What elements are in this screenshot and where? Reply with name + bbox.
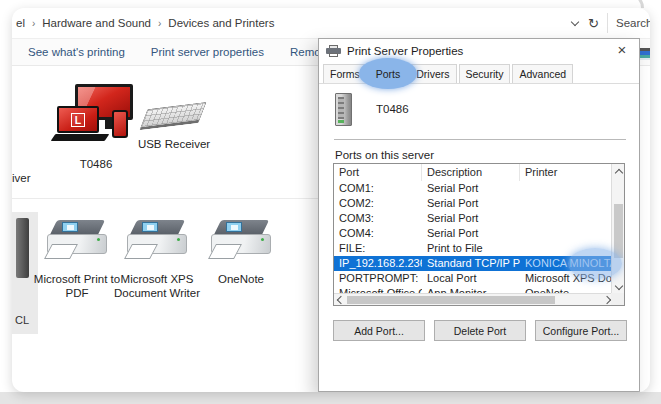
highlight-circle-annotation	[568, 248, 622, 279]
cell-description: Local Port	[422, 271, 520, 286]
devices-and-printers-window: el›Hardware and Sound›Devices and Printe…	[12, 8, 650, 392]
cell-port: IP_192.168.2.236	[334, 256, 422, 271]
port-row[interactable]: COM1:Serial Port	[334, 181, 611, 196]
printer-tile[interactable]: Microsoft XPS Document Writer	[112, 218, 202, 300]
printer-tile[interactable]: OneNote	[196, 218, 286, 286]
screenshot-stage: el›Hardware and Sound›Devices and Printe…	[0, 0, 661, 404]
breadcrumb-separator: ›	[158, 18, 161, 29]
divider	[607, 13, 608, 33]
laptop-shape: L	[57, 106, 107, 141]
horizontal-scrollbar[interactable]	[334, 293, 613, 305]
cell-printer	[520, 211, 611, 226]
keyboard-icon	[141, 104, 207, 130]
port-row[interactable]: COM4:Serial Port	[334, 226, 611, 241]
close-icon[interactable]: ×	[611, 40, 633, 60]
server-name: T0486	[376, 103, 409, 115]
tab-advanced[interactable]: Advanced	[512, 64, 573, 83]
device-label: USB Receiver	[124, 138, 224, 151]
scroll-left-arrow[interactable]	[334, 294, 347, 306]
cell-port: COM3:	[334, 211, 422, 226]
breadcrumb: el›Hardware and Sound›Devices and Printe…	[12, 17, 274, 29]
tab-security[interactable]: Security	[459, 64, 511, 83]
device-tile-usb-receiver[interactable]: USB Receiver	[124, 90, 224, 151]
printer-icon	[45, 218, 109, 266]
vertical-scrollbar[interactable]	[611, 164, 624, 295]
cell-port: COM2:	[334, 196, 422, 211]
cell-description: Serial Port	[422, 211, 520, 226]
address-bar-right: ↻ Search	[572, 8, 650, 38]
cell-port: COM4:	[334, 226, 422, 241]
printer-tower-icon	[16, 218, 29, 278]
printer-icon	[125, 218, 189, 266]
ports-section-label: Ports on this server	[335, 149, 434, 161]
scrollbar-corner	[611, 293, 624, 305]
cell-description: Serial Port	[422, 181, 520, 196]
dialog-title: Print Server Properties	[347, 45, 463, 57]
dialog-titlebar[interactable]: Print Server Properties ×	[319, 39, 639, 63]
cell-printer	[520, 226, 611, 241]
search-input[interactable]: Search	[616, 17, 650, 29]
printer-label: Microsoft Print to PDF	[32, 272, 122, 300]
breadcrumb-item[interactable]: Hardware and Sound	[42, 17, 151, 29]
breadcrumb-item[interactable]: el	[16, 17, 25, 29]
partial-device-label: iver	[12, 172, 31, 184]
port-row[interactable]: FILE:Print to File	[334, 241, 611, 256]
printer-label: OneNote	[196, 272, 286, 286]
toolbar-link[interactable]: See what's printing	[28, 46, 125, 58]
vertical-scroll-thumb[interactable]	[614, 204, 623, 258]
port-row[interactable]: COM2:Serial Port	[334, 196, 611, 211]
background-strip	[0, 392, 661, 404]
cell-description: Print to File	[422, 241, 520, 256]
cell-printer	[520, 181, 611, 196]
device-label: T0486	[46, 158, 146, 171]
ports-listbox[interactable]: PortDescriptionPrinter COM1:Serial PortC…	[333, 163, 625, 306]
cell-printer	[520, 196, 611, 211]
printer-label: Microsoft XPS Document Writer	[112, 272, 202, 300]
column-header[interactable]: Printer	[520, 164, 624, 181]
brand-badge: L	[71, 113, 85, 127]
tab-ports[interactable]: Ports	[369, 64, 408, 83]
add-port-button[interactable]: Add Port...	[333, 320, 425, 341]
list-rows: COM1:Serial PortCOM2:Serial PortCOM3:Ser…	[334, 181, 611, 295]
cell-description: Serial Port	[422, 226, 520, 241]
horizontal-scroll-thumb[interactable]	[347, 296, 555, 304]
address-bar: el›Hardware and Sound›Devices and Printe…	[12, 8, 650, 38]
port-row[interactable]: PORTPROMPT:Local PortMicrosoft XPS Docum…	[334, 271, 611, 286]
printer-icon	[209, 218, 273, 266]
column-header[interactable]: Description	[422, 164, 520, 181]
port-row[interactable]: COM3:Serial Port	[334, 211, 611, 226]
cell-description: Standard TCP/IP Port	[422, 256, 520, 271]
cell-port: COM1:	[334, 181, 422, 196]
printer-icon	[326, 45, 341, 57]
print-server-properties-dialog: Print Server Properties × FormsPortsDriv…	[318, 38, 640, 392]
server-tower-icon	[335, 93, 352, 126]
dialog-tab-bar: FormsPortsDriversSecurityAdvanced	[319, 63, 639, 83]
printer-tile[interactable]: Microsoft Print to PDF	[32, 218, 122, 300]
separator-line	[334, 139, 626, 140]
cell-port: FILE:	[334, 241, 422, 256]
breadcrumb-item[interactable]: Devices and Printers	[168, 17, 274, 29]
section-divider	[12, 198, 318, 199]
cell-description: Serial Port	[422, 196, 520, 211]
ports-highlight-annotation	[359, 58, 418, 89]
breadcrumb-separator: ›	[32, 18, 35, 29]
column-header[interactable]: Port	[334, 164, 422, 181]
partial-printer-label: CL	[15, 314, 29, 326]
delete-port-button[interactable]: Delete Port	[434, 320, 526, 341]
chevron-down-icon[interactable]	[571, 17, 579, 25]
scroll-up-arrow[interactable]	[612, 164, 625, 179]
list-header: PortDescriptionPrinter	[334, 164, 624, 181]
cell-port: PORTPROMPT:	[334, 271, 422, 286]
configure-port-button[interactable]: Configure Port...	[535, 320, 627, 341]
outer-frame-corner	[572, 0, 644, 8]
dialog-buttons: Add Port...Delete PortConfigure Port...	[333, 320, 627, 341]
refresh-icon[interactable]: ↻	[588, 16, 599, 31]
toolbar-link[interactable]: Print server properties	[151, 46, 264, 58]
